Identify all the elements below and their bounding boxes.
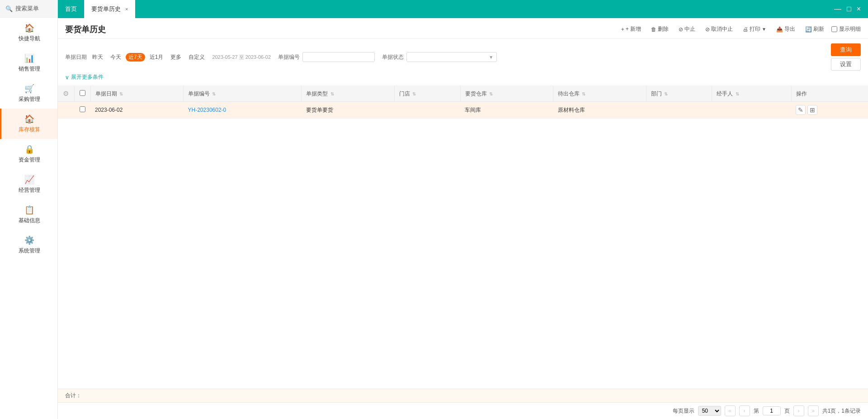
last-page-button[interactable]: »	[808, 405, 819, 416]
sidebar-item-label: 库存核算	[19, 126, 40, 133]
select-all-checkbox[interactable]	[80, 90, 85, 96]
row-number-link[interactable]: YH-20230602-0	[188, 107, 226, 113]
table-header: ⚙ 单据日期 ⇅ 单据编号 ⇅	[58, 86, 868, 102]
th-type-label: 单据类型	[306, 90, 328, 97]
tab-close-icon[interactable]: ×	[125, 6, 128, 12]
refresh-button[interactable]: 🔄 刷新	[802, 24, 827, 35]
th-date: 单据日期 ⇅	[90, 86, 184, 102]
row-checkbox[interactable]	[80, 106, 85, 112]
sidebar-item-quick-nav[interactable]: 🏠 快捷导航	[0, 18, 57, 48]
sidebar-item-sales[interactable]: 📊 销售管理	[0, 48, 57, 78]
filter-row-1: 单据日期 昨天 今天 近7天 近1月 更多 自定义 2023-05-27 至 2…	[65, 43, 861, 71]
display-detail-toggle[interactable]: 显示明细	[831, 25, 861, 33]
th-pending-warehouse-label: 待出仓库	[558, 90, 580, 97]
date-shortcuts: 昨天 今天 近7天 近1月 更多 自定义	[90, 53, 208, 62]
th-actions-label: 操作	[796, 90, 807, 97]
page-end-label: 页	[784, 407, 790, 415]
lock-icon: 🔒	[24, 144, 34, 154]
sort-pending-warehouse-icon[interactable]: ⇅	[582, 91, 585, 96]
status-select[interactable]	[406, 52, 497, 62]
cancel-suspend-button[interactable]: ⊘ 取消中止	[703, 24, 736, 35]
tab-home[interactable]: 首页	[58, 0, 84, 18]
sidebar-item-operations[interactable]: 📈 经营管理	[0, 169, 57, 200]
sort-req-warehouse-icon[interactable]: ⇅	[489, 91, 493, 96]
main-area: 首页 要货单历史 × — □ × 要货单历史 + + 新增 🗑 删除	[58, 0, 868, 419]
table-header-row: ⚙ 单据日期 ⇅ 单据编号 ⇅	[58, 86, 868, 102]
table-body: 2023-06-02 YH-20230602-0 要货单要货 车间库	[58, 102, 868, 119]
shortcut-7days[interactable]: 近7天	[126, 53, 145, 62]
pagination-bar: 每页显示 50 10 20 100 « ‹ 第 页 › » 共1页，1条记录	[58, 402, 868, 419]
filter-actions: 查询 设置	[831, 43, 861, 71]
tab-requisition-history[interactable]: 要货单历史 ×	[84, 0, 135, 18]
table-footer: 合计：	[58, 389, 868, 402]
new-button[interactable]: + + 新增	[618, 24, 644, 35]
shortcut-1month[interactable]: 近1月	[147, 53, 166, 62]
shortcut-custom[interactable]: 自定义	[186, 53, 208, 62]
shortcut-today[interactable]: 今天	[108, 53, 124, 62]
column-settings-icon[interactable]: ⚙	[63, 90, 69, 97]
th-number-label: 单据编号	[188, 90, 210, 97]
th-checkbox	[74, 86, 90, 102]
display-detail-checkbox[interactable]	[831, 26, 837, 32]
display-detail-label: 显示明细	[839, 25, 861, 33]
sidebar-item-inventory[interactable]: 🏠 库存核算	[0, 109, 57, 139]
per-page-select[interactable]: 50 10 20 100	[698, 406, 721, 416]
sidebar-item-system[interactable]: ⚙️ 系统管理	[0, 230, 57, 260]
close-window-icon[interactable]: ×	[857, 5, 861, 13]
sort-date-icon[interactable]: ⇅	[119, 91, 123, 96]
new-icon: +	[621, 26, 624, 33]
sidebar: 🔍 搜索菜单 🏠 快捷导航 📊 销售管理 🛒 采购管理 🏠 库存核算 🔒 资金管…	[0, 0, 58, 419]
td-store	[394, 102, 460, 119]
sidebar-item-label: 基础信息	[19, 217, 40, 224]
suspend-button[interactable]: ⊘ 中止	[676, 24, 698, 35]
cancel-suspend-icon: ⊘	[705, 26, 710, 33]
th-store-label: 门店	[399, 90, 410, 97]
row-edit-button[interactable]: ✎	[796, 105, 806, 115]
date-filter-group: 单据日期 昨天 今天 近7天 近1月 更多 自定义 2023-05-27 至 2…	[65, 53, 271, 62]
total-label: 合计：	[65, 392, 81, 399]
delete-button[interactable]: 🗑 删除	[648, 24, 671, 35]
doc-number-label: 单据编号	[278, 53, 300, 61]
maximize-icon[interactable]: □	[847, 5, 851, 13]
sort-number-icon[interactable]: ⇅	[212, 91, 216, 96]
export-label: 导出	[784, 25, 795, 33]
sort-handler-icon[interactable]: ⇅	[736, 91, 739, 96]
row-detail-button[interactable]: ⊞	[807, 105, 817, 115]
export-button[interactable]: 📤 导出	[774, 24, 798, 35]
sidebar-item-label: 销售管理	[19, 65, 40, 73]
sidebar-item-finance[interactable]: 🔒 资金管理	[0, 139, 57, 169]
td-type: 要货单要货	[302, 102, 395, 119]
sidebar-item-purchase[interactable]: 🛒 采购管理	[0, 78, 57, 109]
settings-button[interactable]: 设置	[831, 58, 861, 71]
th-type: 单据类型 ⇅	[302, 86, 395, 102]
sidebar-item-basic-info[interactable]: 📋 基础信息	[0, 200, 57, 230]
query-button[interactable]: 查询	[831, 43, 861, 56]
search-icon: 🔍	[5, 5, 13, 12]
shortcut-yesterday[interactable]: 昨天	[90, 53, 106, 62]
sort-store-icon[interactable]: ⇅	[412, 91, 416, 96]
shortcut-more[interactable]: 更多	[168, 53, 184, 62]
td-actions: ✎ ⊞	[791, 102, 868, 119]
data-table: ⚙ 单据日期 ⇅ 单据编号 ⇅	[58, 86, 868, 119]
page-label: 第	[754, 407, 759, 415]
first-page-button[interactable]: «	[725, 405, 736, 416]
sort-type-icon[interactable]: ⇅	[330, 91, 334, 96]
sort-department-icon[interactable]: ⇅	[664, 91, 668, 96]
table-area: ⚙ 单据日期 ⇅ 单据编号 ⇅	[58, 86, 868, 389]
sidebar-search[interactable]: 🔍 搜索菜单	[0, 0, 57, 18]
print-arrow: ▼	[762, 27, 766, 32]
refresh-label: 刷新	[813, 25, 824, 33]
tab-requisition-label: 要货单历史	[91, 5, 121, 13]
print-button[interactable]: 🖨 打印 ▼	[740, 24, 769, 35]
minimize-icon[interactable]: —	[834, 5, 841, 13]
page-number-input[interactable]	[763, 406, 781, 415]
expand-more[interactable]: ∨ 展开更多条件	[65, 73, 861, 81]
td-checkbox	[74, 102, 90, 119]
th-actions: 操作	[791, 86, 868, 102]
table-row[interactable]: 2023-06-02 YH-20230602-0 要货单要货 车间库	[58, 102, 868, 119]
next-page-button[interactable]: ›	[793, 405, 804, 416]
doc-number-input[interactable]	[302, 52, 375, 62]
td-row-settings	[58, 102, 74, 119]
prev-page-button[interactable]: ‹	[739, 405, 750, 416]
print-label: 打印	[750, 25, 760, 33]
